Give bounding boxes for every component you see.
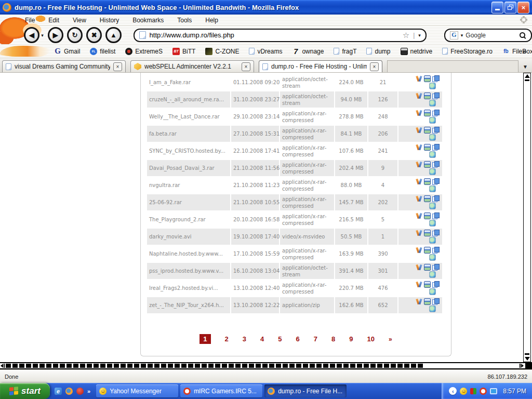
download-file-icon[interactable] xyxy=(424,264,431,271)
tab-close-icon[interactable]: × xyxy=(113,62,122,71)
scroll-down-arrow[interactable] xyxy=(524,357,530,361)
open-link-globe-icon[interactable] xyxy=(429,203,436,209)
file-name[interactable]: Welly__The_Last_Dance.rar xyxy=(147,109,230,125)
file-name[interactable]: Naphtaline.hosted.by.www... xyxy=(147,246,230,262)
url-bar[interactable]: http://www.dump.ro/files.php ☆ | ▾ xyxy=(134,29,427,42)
menu-item[interactable]: Edit xyxy=(48,17,59,24)
pagination-page[interactable]: 4 xyxy=(260,335,264,343)
tray-status-icon[interactable] xyxy=(470,388,476,394)
download-file-icon[interactable] xyxy=(424,195,431,202)
copy-link-icon[interactable] xyxy=(432,127,440,134)
download-file-icon[interactable] xyxy=(424,127,431,134)
download-file-icon[interactable] xyxy=(424,144,431,151)
open-link-globe-icon[interactable] xyxy=(429,151,436,158)
scroll-left-arrow[interactable] xyxy=(1,364,5,368)
menu-item[interactable]: History xyxy=(100,17,119,24)
file-name[interactable]: zet_-_The_NIP_Tour_x264.h... xyxy=(147,297,230,313)
download-file-icon[interactable] xyxy=(424,110,431,116)
tray-mirc-icon[interactable] xyxy=(480,388,487,395)
open-link-globe-icon[interactable] xyxy=(429,83,436,89)
pagination-page[interactable]: 7 xyxy=(314,335,317,343)
file-name[interactable]: fa.beta.rar xyxy=(147,126,230,142)
vertical-scroll-thumb[interactable] xyxy=(525,79,529,81)
quicklaunch-ie-icon[interactable] xyxy=(55,388,62,395)
vertical-scroll-thumb-bottom[interactable] xyxy=(525,353,529,355)
bookmark-star-icon[interactable]: ☆ xyxy=(403,31,409,40)
copy-link-icon[interactable] xyxy=(432,110,440,116)
stop-button[interactable]: ✖ xyxy=(86,27,102,43)
pagination-page[interactable]: 6 xyxy=(296,335,300,343)
file-name[interactable]: The_Playground_2.rar xyxy=(147,211,230,228)
menu-item[interactable]: View xyxy=(73,17,86,24)
download-file-icon[interactable] xyxy=(424,298,431,305)
bookmark-item[interactable]: fragT xyxy=(334,48,356,55)
list-all-tabs-button[interactable]: ▼ xyxy=(521,61,530,72)
open-link-globe-icon[interactable] xyxy=(429,237,436,244)
browser-tab[interactable]: dump.ro - Free File Hosting - Unlimited.… xyxy=(259,60,382,72)
quicklaunch-firefox-icon[interactable] xyxy=(65,388,73,395)
task-button[interactable]: Yahoo! Messenger xyxy=(96,384,178,397)
download-file-icon[interactable] xyxy=(424,75,431,82)
open-link-globe-icon[interactable] xyxy=(429,117,436,124)
search-icon[interactable] xyxy=(520,32,525,38)
copy-link-icon[interactable] xyxy=(432,212,440,219)
pagination-page[interactable]: 2 xyxy=(225,335,229,343)
pagination-page[interactable]: 10 xyxy=(367,335,374,343)
open-link-globe-icon[interactable] xyxy=(429,288,436,295)
file-name[interactable]: pss_iprod.hosted.by.www.v... xyxy=(147,263,230,279)
download-file-icon[interactable] xyxy=(424,212,431,219)
pagination-page[interactable]: 9 xyxy=(349,335,353,343)
report-file-icon[interactable] xyxy=(416,298,422,305)
copy-link-icon[interactable] xyxy=(432,264,440,271)
file-name[interactable]: SYNC_by_CRISTO.hosted.by... xyxy=(147,143,230,159)
file-name[interactable]: Davai_Posad_Davai_3.rar xyxy=(147,160,230,176)
horizontal-scroll-thumb[interactable] xyxy=(6,364,424,368)
restore-button[interactable] xyxy=(504,2,516,14)
google-engine-icon[interactable] xyxy=(450,31,458,39)
open-link-globe-icon[interactable] xyxy=(429,134,436,141)
pagination-next[interactable]: » xyxy=(389,336,392,343)
home-button[interactable]: ▲ xyxy=(105,27,121,43)
quicklaunch-overflow-chevron[interactable]: » xyxy=(87,388,90,394)
report-file-icon[interactable] xyxy=(416,144,422,151)
bookmark-item[interactable]: vDreams xyxy=(249,48,282,55)
copy-link-icon[interactable] xyxy=(432,281,440,288)
search-engine-label[interactable]: Google xyxy=(466,32,517,39)
report-file-icon[interactable] xyxy=(416,110,422,116)
download-file-icon[interactable] xyxy=(424,230,431,236)
pagination-page[interactable]: 1 xyxy=(200,334,210,344)
report-file-icon[interactable] xyxy=(416,92,422,99)
horizontal-scrollbar[interactable] xyxy=(0,362,532,369)
download-file-icon[interactable] xyxy=(424,281,431,288)
forward-button[interactable]: ▶ xyxy=(48,27,63,43)
file-name[interactable]: darky_movie.avi xyxy=(147,229,230,245)
copy-link-icon[interactable] xyxy=(432,230,440,236)
file-name[interactable]: Ireal_Frags2.hosted.by.vi... xyxy=(147,280,230,296)
bookmark-item[interactable]: netdrive xyxy=(401,48,433,55)
file-name[interactable]: 25-06-92.rar xyxy=(147,194,230,210)
file-name[interactable]: cruzeN_-_all_around_me.ra... xyxy=(147,91,230,108)
pagination-page[interactable]: 3 xyxy=(243,335,246,343)
browser-tab[interactable]: visual Dreams Gaming Community × xyxy=(2,60,126,72)
copy-link-icon[interactable] xyxy=(432,161,440,168)
bookmark-item[interactable]: Gmail xyxy=(54,48,80,55)
copy-link-icon[interactable] xyxy=(432,178,440,185)
vertical-scrollbar[interactable] xyxy=(523,73,531,362)
report-file-icon[interactable] xyxy=(416,161,422,168)
copy-link-icon[interactable] xyxy=(432,92,440,99)
back-button[interactable]: ◀ xyxy=(24,27,39,43)
bookmark-item[interactable]: FreeStorage.ro xyxy=(442,48,493,55)
open-link-globe-icon[interactable] xyxy=(429,185,436,192)
close-button[interactable]: × xyxy=(517,2,529,14)
download-file-icon[interactable] xyxy=(424,92,431,99)
task-button[interactable]: mIRC Gamers.IRC 5... xyxy=(180,384,262,397)
report-file-icon[interactable] xyxy=(416,75,422,82)
urlbar-dropdown-icon[interactable]: ▾ xyxy=(418,33,421,38)
bookmark-item[interactable]: ExtremeS xyxy=(125,48,163,55)
task-button[interactable]: dump.ro - Free File H... xyxy=(264,384,347,397)
report-file-icon[interactable] xyxy=(416,178,422,185)
report-file-icon[interactable] xyxy=(416,127,422,134)
download-file-icon[interactable] xyxy=(424,178,431,185)
bookmark-item[interactable]: FileBox xyxy=(502,48,532,55)
report-file-icon[interactable] xyxy=(416,212,422,219)
